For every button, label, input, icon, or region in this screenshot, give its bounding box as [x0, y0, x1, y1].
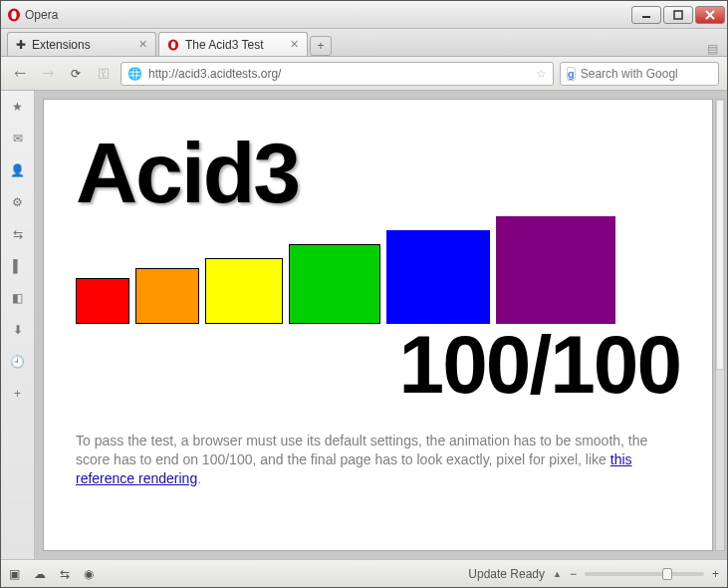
window-controls	[631, 6, 725, 24]
box-purple	[496, 216, 615, 324]
zoom-knob[interactable]	[662, 568, 672, 580]
sidebar-share-icon[interactable]: ⇆	[8, 224, 28, 244]
tab-menu-icon[interactable]: ▤	[703, 42, 721, 56]
tab-label: Extensions	[32, 38, 91, 52]
box-green	[289, 244, 380, 324]
zoom-out-icon[interactable]: −	[570, 567, 577, 581]
tab-label: The Acid3 Test	[185, 38, 264, 52]
description: To pass the test, a browser must use its…	[76, 432, 680, 488]
opera-doc-icon	[167, 39, 179, 51]
box-orange	[135, 268, 199, 324]
forward-button[interactable]: 🡒	[37, 63, 59, 85]
google-icon: g	[567, 67, 576, 81]
sidebar-mail-icon[interactable]: ✉	[8, 129, 28, 148]
new-tab-button[interactable]: +	[310, 36, 332, 56]
puzzle-icon: ✚	[16, 38, 26, 52]
status-bar: ▣ ☁ ⇆ ◉ Update Ready ▲ − +	[1, 559, 727, 587]
svg-point-1	[11, 10, 16, 18]
url-input[interactable]	[148, 67, 530, 81]
vertical-scrollbar[interactable]	[715, 99, 725, 551]
minimize-button[interactable]	[631, 6, 661, 24]
sidebar-contacts-icon[interactable]: 👤	[8, 160, 28, 180]
color-boxes	[76, 216, 680, 324]
page-title: Acid3	[76, 124, 680, 222]
status-sync-icon[interactable]: ☁	[34, 567, 46, 581]
status-link-icon[interactable]: ⇆	[60, 567, 70, 581]
sidebar-panel-icon[interactable]: ◧	[8, 288, 28, 308]
box-blue	[386, 230, 490, 324]
tab-extensions[interactable]: ✚ Extensions ✕	[7, 32, 156, 56]
page-content: Acid3 100/100 To pass the test, a browse…	[43, 99, 713, 551]
key-icon[interactable]: ⚿	[93, 63, 115, 85]
score-text: 100/100	[76, 318, 680, 412]
app-label: Opera	[7, 8, 58, 22]
sidebar-notes-icon[interactable]: ▌	[8, 256, 28, 276]
chevron-up-icon[interactable]: ▲	[553, 569, 562, 579]
tab-strip: ✚ Extensions ✕ The Acid3 Test ✕ + ▤	[1, 29, 727, 57]
main-area: ★ ✉ 👤 ⚙ ⇆ ▌ ◧ ⬇ 🕘 + Acid3 100/100 To pas…	[1, 91, 727, 559]
close-icon[interactable]: ✕	[138, 38, 147, 51]
sidebar-bookmarks-icon[interactable]: ★	[8, 97, 28, 117]
zoom-slider[interactable]	[585, 572, 704, 576]
status-panel-icon[interactable]: ▣	[9, 567, 20, 581]
url-field[interactable]: 🌐 ☆	[121, 62, 554, 86]
sidebar-downloads-icon[interactable]: ⬇	[8, 320, 28, 340]
box-red	[76, 278, 129, 324]
back-button[interactable]: 🡐	[9, 63, 31, 85]
bookmark-star-icon[interactable]: ☆	[536, 67, 547, 81]
close-button[interactable]	[695, 6, 725, 24]
sidebar-settings-icon[interactable]: ⚙	[8, 192, 28, 212]
app-name: Opera	[25, 8, 58, 22]
address-bar: 🡐 🡒 ⟳ ⚿ 🌐 ☆ g	[1, 57, 727, 91]
content-viewport: Acid3 100/100 To pass the test, a browse…	[35, 91, 727, 559]
status-camera-icon[interactable]: ◉	[84, 567, 94, 581]
globe-icon: 🌐	[127, 67, 142, 81]
reload-button[interactable]: ⟳	[65, 63, 87, 85]
sidebar: ★ ✉ 👤 ⚙ ⇆ ▌ ◧ ⬇ 🕘 +	[1, 91, 35, 559]
opera-icon	[7, 8, 21, 22]
window-titlebar: Opera	[1, 1, 727, 29]
box-yellow	[205, 258, 283, 324]
close-icon[interactable]: ✕	[290, 38, 299, 51]
maximize-button[interactable]	[663, 6, 693, 24]
sidebar-history-icon[interactable]: 🕘	[8, 352, 28, 372]
scrollbar-thumb[interactable]	[716, 100, 724, 370]
search-field[interactable]: g	[560, 62, 719, 86]
tab-acid3[interactable]: The Acid3 Test ✕	[158, 32, 308, 56]
update-ready-text[interactable]: Update Ready	[468, 567, 545, 581]
zoom-in-icon[interactable]: +	[712, 567, 719, 581]
sidebar-add-icon[interactable]: +	[8, 384, 28, 404]
svg-point-7	[171, 41, 175, 48]
description-after: .	[197, 470, 201, 486]
svg-rect-3	[674, 11, 682, 19]
search-input[interactable]	[581, 67, 728, 81]
description-text: To pass the test, a browser must use its…	[76, 433, 647, 467]
